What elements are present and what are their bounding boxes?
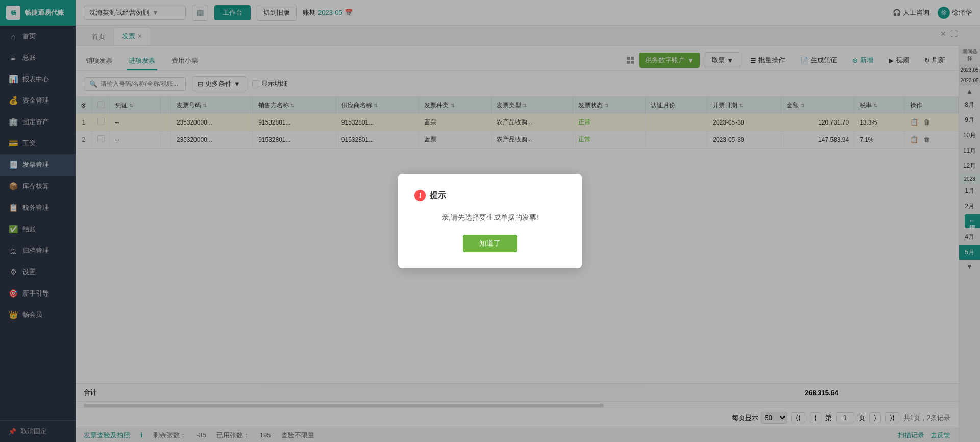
modal-box: ! 提示 亲,请先选择要生成单据的发票! 知道了 [398,174,582,268]
modal-message: 亲,请先选择要生成单据的发票! [442,213,538,223]
modal-title-row: ! 提示 [414,190,446,201]
modal-ok-button[interactable]: 知道了 [463,235,517,252]
modal-overlay: ! 提示 亲,请先选择要生成单据的发票! 知道了 [0,0,980,442]
warning-icon: ! [414,190,426,201]
modal-title: 提示 [430,190,446,201]
